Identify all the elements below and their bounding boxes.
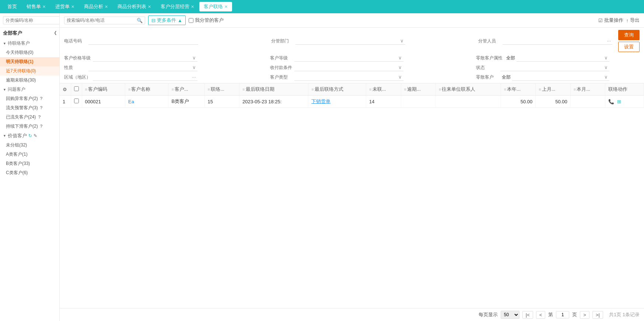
chevron-down-icon: ∨ [192, 55, 196, 61]
chevron-down-icon: ∨ [398, 65, 402, 70]
sidebar-item-tomorrow[interactable]: 明天待联络(1) [0, 57, 59, 66]
export-btn[interactable]: ↑ 导出 [626, 17, 640, 24]
adv-filter-row-2: 客户价格等级 ∨ 客户等级 ∨ 零散客户属性 全部 ∨ [64, 54, 640, 62]
field-manager: 分管人员 ··· [478, 37, 612, 45]
th-last-month[interactable]: 上月... [536, 83, 570, 96]
filter-bar: 🔍 ⊟ 更多条件 ▲ 我分管的客户 ☑ 批量操作 ↑ 导出 [60, 13, 644, 28]
filter-search-input[interactable] [67, 18, 135, 23]
data-table-wrap: ⚙ 客户编码 客户名称 客户... 联络... 最后联络日期 最后联络方式 未联… [60, 83, 644, 308]
nav-sales-order[interactable]: 销售单 ✕ [22, 2, 50, 11]
th-this-month[interactable]: 本月... [570, 83, 605, 96]
refresh-icon[interactable]: ↻ [28, 133, 32, 138]
sidebar-item-churned[interactable]: 已流失客户(24) ？ [0, 113, 59, 122]
th-this-year[interactable]: 本年... [501, 83, 535, 96]
checkbox-icon: ☑ [598, 18, 603, 23]
query-btn[interactable]: 查询 [618, 30, 640, 40]
close-icon[interactable]: ✕ [148, 4, 151, 9]
sidebar-item-ungrouped[interactable]: 未分组(32) [0, 141, 59, 150]
retail-attr-select[interactable]: ∨ [517, 54, 609, 62]
top-navigation: 首页 销售单 ✕ 进货单 ✕ 商品分析 ✕ 商品分析列表 ✕ 客户分层经营 ✕ … [0, 0, 644, 13]
batch-ops-btn[interactable]: ☑ 批量操作 [598, 17, 623, 24]
close-icon[interactable]: ✕ [191, 4, 194, 9]
row-last-contact-date: 2023-05-23 18:25: [239, 96, 308, 108]
field-nature: 性质 ∨ [64, 64, 197, 71]
sidebar-item-overdue[interactable]: 逾期未联络(30) [0, 76, 59, 85]
all-customers-title[interactable]: 全部客户 《 [0, 28, 59, 39]
sidebar-item-7days[interactable]: 近7天待联络(0) [0, 66, 59, 76]
chevron-down-icon: ∨ [604, 65, 608, 70]
close-icon[interactable]: ✕ [224, 4, 228, 9]
nav-customer-contact[interactable]: 客户联络 ✕ [199, 2, 232, 11]
chevron-up-icon: ▲ [178, 18, 182, 23]
contact-method-link[interactable]: 下销货单 [311, 99, 330, 104]
dots-icon: ··· [192, 74, 196, 80]
more-conditions-btn[interactable]: ⊟ 更多条件 ▲ [148, 15, 186, 25]
row-type: B类客户 [168, 96, 204, 108]
content-area: 🔍 ⊟ 更多条件 ▲ 我分管的客户 ☑ 批量操作 ↑ 导出 [60, 13, 644, 321]
region-dots[interactable]: ··· [93, 73, 197, 81]
dept-select[interactable]: ∨ [295, 37, 405, 45]
nav-purchase-order[interactable]: 进货单 ✕ [51, 2, 79, 11]
filter-search-icon[interactable]: 🔍 [137, 18, 143, 23]
status-select[interactable]: ∨ [500, 64, 609, 71]
row-last-contact-method: 下销货单 [308, 96, 366, 108]
prev-page-btn[interactable]: < [536, 311, 546, 319]
th-last-contact-method[interactable]: 最后联络方式 [308, 83, 366, 96]
filter-search-box: 🔍 [64, 17, 145, 24]
my-customers-checkbox[interactable] [189, 18, 193, 23]
per-page-select[interactable]: 50 100 200 [501, 311, 519, 319]
page-input[interactable] [556, 311, 569, 318]
retail-customer-select[interactable]: ∨ [512, 73, 609, 81]
chevron-down-icon: ∨ [398, 74, 402, 80]
th-name[interactable]: 客户名称 [125, 83, 168, 96]
nav-customer-tier[interactable]: 客户分层经营 ✕ [156, 2, 199, 11]
th-not-contact[interactable]: 未联... [366, 83, 401, 96]
phone-input[interactable] [88, 38, 198, 45]
th-type[interactable]: 客户... [168, 83, 204, 96]
settings-icon[interactable]: ⚙ [63, 87, 67, 92]
row-contact-count: 15 [204, 96, 239, 108]
sidebar-item-churn-warn[interactable]: 流失预警客户(3) ？ [0, 103, 59, 113]
field-customer-type: 客户类型 ∨ [270, 73, 403, 81]
table-row: 1 000021 Ea B类客户 15 2023-05-23 18:25: 下销… [60, 96, 644, 108]
nav-home[interactable]: 首页 [3, 2, 21, 11]
th-code[interactable]: 客户编码 [82, 83, 125, 96]
manager-dots[interactable]: ··· [503, 37, 612, 45]
close-icon[interactable]: ✕ [105, 4, 108, 9]
row-code: 000021 [82, 96, 125, 108]
advanced-filter: 电话号码 分管部门 ∨ 分管人员 ··· 查询 设置 [60, 28, 644, 83]
contact-action-icon[interactable]: 📞 [608, 99, 614, 104]
th-overdue[interactable]: 逾期... [401, 83, 435, 96]
adv-filter-row-1: 电话号码 分管部门 ∨ 分管人员 ··· 查询 设置 [64, 30, 640, 52]
sidebar-item-c-class[interactable]: C类客户(6) [0, 168, 59, 177]
sidebar-search-input[interactable] [3, 16, 60, 24]
sidebar-item-a-class[interactable]: A类客户(1) [0, 150, 59, 159]
sidebar-item-declining[interactable]: 持续下滑客户(2) ？ [0, 122, 59, 131]
row-select-checkbox[interactable] [74, 99, 79, 103]
sidebar-item-rebuy-abnormal[interactable]: 回购异常客户(2) ？ [0, 94, 59, 103]
set-btn[interactable]: 设置 [618, 42, 640, 52]
my-customers-check: 我分管的客户 [189, 17, 224, 24]
edit-icon[interactable]: ✎ [34, 133, 37, 138]
collapse-icon[interactable]: 《 [52, 30, 56, 37]
sidebar-item-b-class[interactable]: B类客户(33) [0, 159, 59, 168]
last-page-btn[interactable]: >| [592, 311, 603, 319]
field-price-level: 客户价格等级 ∨ [64, 54, 197, 62]
nav-product-analysis-list[interactable]: 商品分析列表 ✕ [113, 2, 155, 11]
sidebar-item-today[interactable]: 今天待联络(0) [0, 48, 59, 57]
close-icon[interactable]: ✕ [71, 4, 74, 9]
th-last-contact-date[interactable]: 最后联络日期 [239, 83, 308, 96]
next-page-btn[interactable]: > [580, 311, 589, 319]
th-contact-count[interactable]: 联络... [204, 83, 239, 96]
customer-level-select[interactable]: ∨ [294, 54, 403, 62]
nature-select[interactable]: ∨ [88, 64, 197, 71]
th-partner-contact[interactable]: 往来单位联系人 [436, 83, 501, 96]
close-icon[interactable]: ✕ [42, 4, 46, 9]
price-level-select[interactable]: ∨ [93, 54, 197, 62]
nav-product-analysis[interactable]: 商品分析 ✕ [80, 2, 112, 11]
first-page-btn[interactable]: |< [522, 311, 533, 319]
customer-type-select[interactable]: ∨ [294, 73, 403, 81]
payment-select[interactable]: ∨ [294, 64, 403, 71]
select-all-checkbox[interactable] [74, 86, 79, 91]
more-action-icon[interactable]: ⊞ [617, 99, 621, 104]
